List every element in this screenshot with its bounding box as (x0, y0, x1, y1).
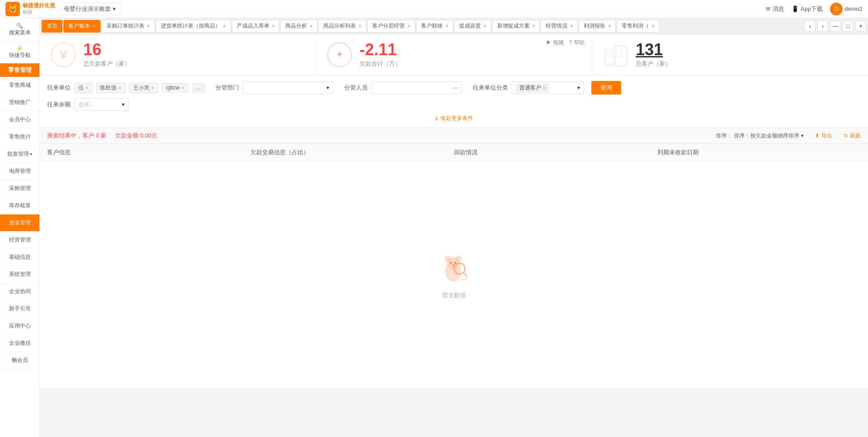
tab-close-purchase-orders[interactable]: × (147, 24, 150, 28)
dept-select[interactable]: ▾ (243, 81, 333, 94)
debt-amount-label: 欠款合计（万） (360, 60, 401, 68)
tab-close-retail-profit[interactable]: × (652, 24, 654, 28)
app-download-btn[interactable]: 📱 App下载 (791, 5, 823, 13)
export-btn[interactable]: ⬆ 导出 (815, 132, 832, 140)
total-customers-label: 总客户（家） (636, 60, 671, 68)
table-body: 暂无数据 (40, 162, 868, 388)
sidebar-item-marketing[interactable]: 营销推广 (0, 94, 39, 111)
video-btn[interactable]: ▶ 视频 (546, 39, 564, 47)
sidebar-item-ecommerce[interactable]: 电商管理 (0, 163, 39, 180)
quick-nav-btn[interactable]: ⚡ 快捷导航 (0, 42, 39, 63)
sidebar-item-finance[interactable]: 资金管理 (0, 214, 39, 232)
person-select[interactable]: ··· (371, 81, 462, 94)
stat-card-total-customers: 131 总客户（家） (592, 34, 868, 75)
tab-close-profit-report[interactable]: × (608, 24, 611, 28)
tab-new-raise[interactable]: 新增提成方案 × (492, 20, 540, 33)
tab-maximize-btn[interactable]: □ (843, 21, 854, 32)
logo: 🐱 畅捷通好生意 标版 (5, 2, 55, 16)
sidebar-item-basic-info[interactable]: 基础信息 (0, 249, 39, 266)
tab-retail-profit[interactable]: 零售利润（ × (617, 20, 659, 33)
stat-card-debt-customers: ¥ 16 总欠款客户（家） (40, 34, 316, 75)
svg-rect-6 (617, 48, 619, 50)
remove-tag-wang[interactable]: × (151, 85, 154, 90)
tab-close-customer-tier[interactable]: × (408, 24, 410, 28)
balance-select[interactable]: 选择... ▾ (74, 98, 129, 111)
chevron-down-icon: ▾ (113, 5, 116, 12)
tab-goods-analysis[interactable]: 商品分析 × (280, 20, 317, 33)
tab-operation[interactable]: 经营情况 × (541, 20, 578, 33)
person-label: 分管人员 (344, 84, 368, 92)
collapse-btn[interactable]: ∧ 收起更多条件 (47, 114, 861, 122)
sort-selector[interactable]: 排序： 排序：按欠款金额倒序排序 ▾ (716, 132, 804, 140)
sidebar-item-member-center[interactable]: 会员中心 (0, 111, 39, 128)
tab-inventory-stats[interactable]: 进货单统计表（按商品） × (156, 20, 231, 33)
refresh-btn[interactable]: ↻ 刷新 (844, 132, 861, 140)
tab-raise-settings[interactable]: 提成设置 × (454, 20, 491, 33)
search-menu-btn[interactable]: 🔍 搜索菜单 (0, 18, 39, 42)
col-repayment: 回款情况 (454, 148, 657, 157)
sidebar-item-member[interactable]: 畅会员 (0, 352, 39, 369)
total-customers-value: 131 (636, 42, 671, 58)
filter-tag-cjttcw: cjttcw × (162, 83, 188, 92)
query-button[interactable]: 查询 (591, 81, 621, 95)
sidebar-item-enterprise-collab[interactable]: 企业协同 (0, 283, 39, 300)
unit-label: 往来单位 (47, 84, 71, 92)
sidebar-item-app-center[interactable]: 应用中心 (0, 318, 39, 335)
tab-close-cost-in[interactable]: × (272, 24, 275, 28)
tab-close-new-raise[interactable]: × (532, 24, 535, 28)
svg-rect-11 (620, 56, 622, 57)
empty-state: 暂无数据 (436, 223, 472, 327)
tab-goods-analysis-list[interactable]: 商品分析列表 × (318, 20, 366, 33)
sidebar-item-retail-stats[interactable]: 零售统计 (0, 128, 39, 146)
remove-tag-normal-customer[interactable]: × (543, 85, 546, 90)
tab-close-inventory-stats[interactable]: × (223, 24, 226, 28)
tab-scroll-right-btn[interactable]: › (817, 21, 828, 32)
tab-cost-in[interactable]: 产成品入库单 × (232, 20, 280, 33)
help-btn[interactable]: ? 帮助 (569, 39, 585, 47)
tab-close-goods-analysis-list[interactable]: × (359, 24, 361, 28)
tab-close-customer-contact[interactable]: × (446, 24, 448, 28)
logo-sub: 标版 (23, 9, 55, 15)
tab-close-goods-analysis[interactable]: × (310, 24, 312, 28)
avatar: D (830, 3, 843, 15)
tab-customer-tier[interactable]: 客户分层经营 × (367, 20, 415, 33)
stat-actions: ▶ 视频 ? 帮助 (546, 39, 585, 47)
tab-profit-report[interactable]: 利润报告 × (579, 20, 616, 33)
tab-minimize-btn[interactable]: — (830, 21, 841, 32)
tab-close-all-btn[interactable]: × (855, 21, 866, 32)
col-debt-info: 欠款交易信息（占比） (250, 148, 454, 157)
tab-customer-contact[interactable]: 客户联络 × (416, 20, 453, 33)
user-avatar-area[interactable]: D demo2 (830, 3, 863, 15)
sidebar-item-system[interactable]: 系统管理 (0, 266, 39, 283)
sidebar-item-new-guide[interactable]: 新手引导 (0, 300, 39, 318)
sidebar-item-purchase[interactable]: 采购管理 (0, 180, 39, 197)
tab-scroll-left-btn[interactable]: ‹ (805, 21, 815, 32)
sidebar-item-ops[interactable]: 经营管理 (0, 232, 39, 249)
filter-tag-wu: 伍 × (74, 83, 92, 93)
export-icon: ⬆ (815, 133, 820, 139)
tab-accounts[interactable]: 客户账本 × (63, 20, 101, 33)
tab-close-raise-settings[interactable]: × (484, 24, 486, 28)
remove-tag-chen[interactable]: × (118, 85, 121, 90)
unit-class-select[interactable]: 普通客户 × ▾ (512, 81, 584, 94)
filter-tag-more[interactable]: ... (192, 83, 205, 92)
unit-class-label: 往来单位分类 (473, 84, 508, 92)
tab-purchase-orders[interactable]: 采购订单统计表 × (101, 20, 155, 33)
col-due-date: 到期未收款日期 (657, 148, 861, 157)
tab-close-accounts[interactable]: × (93, 24, 96, 28)
tab-home[interactable]: 首页 (42, 20, 62, 33)
tab-close-operation[interactable]: × (570, 24, 573, 28)
tab-bar: 首页 客户账本 × 采购订单统计表 × 进货单统计表（按商品） × 产成品入库单… (40, 18, 868, 34)
company-selector[interactable]: 母婴行业演示账套 ▾ (59, 3, 121, 15)
svg-rect-0 (605, 49, 614, 66)
tab-bar-actions: ‹ › — □ × (805, 21, 866, 32)
sidebar-item-enterprise-wechat[interactable]: 企业微信 (0, 335, 39, 352)
sidebar-item-inventory[interactable]: 库存核算 (0, 197, 39, 214)
sidebar-item-retail-mall[interactable]: 零售商城 (0, 77, 39, 94)
svg-line-17 (464, 273, 467, 276)
messages-btn[interactable]: ✉ 消息 (766, 5, 784, 13)
filter-area: 往来单位 伍 × 陈民强 × 王小亮 × (40, 76, 868, 128)
remove-tag-wu[interactable]: × (86, 85, 88, 90)
sidebar-item-batch-mgmt[interactable]: 批发管理 ▾ (0, 146, 39, 163)
remove-tag-cjttcw[interactable]: × (181, 85, 184, 90)
